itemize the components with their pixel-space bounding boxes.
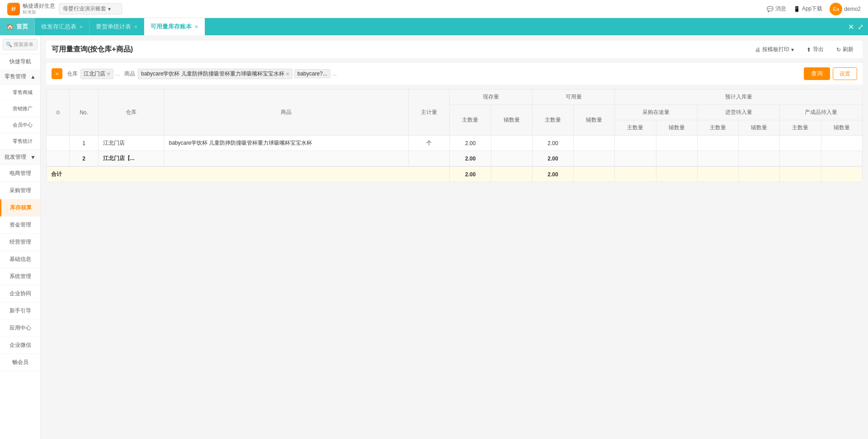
footer-product-aux (821, 166, 862, 182)
sidebar-item-finance-mgmt[interactable]: 资金管理 (0, 217, 40, 234)
row2-stock-main: 2.00 (450, 151, 491, 167)
page-title-bar: 可用量查询(按仓库+商品) 🖨 按模板打印 ▾ ⬆ 导出 ↻ 刷新 (46, 41, 863, 58)
row1-avail-aux (574, 136, 615, 151)
product-tag-babycare: babycare学饮杯 儿童防摔防撞吸管杯重力球吸嘴杯宝宝水杯 ✕ (138, 69, 292, 79)
tab-available-inventory[interactable]: 可用量库存账本 ✕ (144, 18, 205, 35)
row1-no: 1 (70, 136, 99, 151)
tab-close-receive-summary[interactable]: ✕ (79, 24, 83, 29)
industry-selector[interactable]: 母婴行业演示账套 ▾ (59, 3, 122, 14)
expand-icon[interactable]: ⤢ (858, 23, 863, 31)
mobile-icon: 📱 (793, 6, 800, 12)
row2-product (164, 151, 409, 167)
filter-action-buttons: 查询 设置 (804, 67, 857, 80)
footer-label: 合计 (47, 166, 450, 182)
col-import-aux: 辅数量 (739, 120, 780, 136)
row2-import-main (697, 151, 738, 167)
row1-avail-main: 2.00 (532, 136, 573, 151)
sidebar: 🔍 搜索菜单 快捷导航 零售管理 ▲ 零售商城 营销推广 会员中心 零售统计 批… (0, 35, 41, 439)
remove-product-tag-1[interactable]: ✕ (286, 71, 289, 76)
col-product: 商品 (164, 90, 409, 136)
sidebar-search-area: 🔍 搜索菜单 (0, 35, 40, 54)
sidebar-item-enterprise-wechat[interactable]: 企业微信 (0, 337, 40, 354)
row2-main-unit (409, 151, 450, 167)
app-download-button[interactable]: 📱 App下载 (793, 5, 822, 13)
export-button[interactable]: ⬆ 导出 (803, 44, 827, 55)
tab-receive-summary[interactable]: 收发存汇总表 ✕ (35, 18, 90, 35)
sidebar-item-app-center[interactable]: 应用中心 (0, 320, 40, 337)
sidebar-item-basic-info[interactable]: 基础信息 (0, 251, 40, 268)
sidebar-item-quick-nav[interactable]: 快捷导航 (0, 54, 40, 69)
footer-import-aux (739, 166, 780, 182)
settings-button[interactable]: 设置 (833, 67, 857, 80)
col-pur-transit-aux: 辅数量 (656, 120, 697, 136)
warehouse-more-button[interactable]: ... (115, 71, 120, 77)
footer-product-main (780, 166, 821, 182)
print-template-button[interactable]: 🖨 按模板打印 ▾ (751, 44, 797, 55)
sidebar-item-retail-mgmt[interactable]: 零售管理 ▲ (0, 69, 40, 85)
sidebar-item-purchase-mgmt[interactable]: 采购管理 (0, 182, 40, 199)
sidebar-item-member-center[interactable]: 会员中心 (0, 117, 40, 133)
table-footer-row: 合计 2.00 2.00 (47, 166, 863, 182)
sidebar-item-retail-stats[interactable]: 零售统计 (0, 133, 40, 150)
user-menu[interactable]: Ea demo2 (830, 3, 861, 15)
chevron-down-icon: ▼ (30, 154, 36, 160)
table-row: 2 江北门店【... 2.00 2.00 (47, 151, 863, 167)
filter-toggle-button[interactable]: » (52, 68, 62, 79)
col-product-aux: 辅数量 (821, 120, 862, 136)
avatar: Ea (830, 3, 842, 15)
close-all-tabs-icon[interactable]: ✕ (848, 23, 854, 31)
col-product-main: 主数量 (780, 120, 821, 136)
tab-close-order-stats[interactable]: ✕ (134, 24, 137, 29)
footer-import-main (697, 166, 738, 182)
col-avail-aux: 辅数量 (574, 105, 615, 136)
query-button[interactable]: 查询 (804, 67, 830, 80)
row1-product-aux (821, 136, 862, 151)
refresh-button[interactable]: ↻ 刷新 (833, 44, 857, 55)
main-layout: 🔍 搜索菜单 快捷导航 零售管理 ▲ 零售商城 营销推广 会员中心 零售统计 批… (0, 35, 868, 439)
sidebar-item-system-mgmt[interactable]: 系统管理 (0, 268, 40, 285)
row2-warehouse: 江北门店【... (98, 151, 164, 167)
row1-pur-transit-main (615, 136, 656, 151)
col-no: No. (70, 90, 99, 136)
row2-avail-aux (574, 151, 615, 167)
footer-stock-aux (491, 166, 532, 182)
col-stock-main: 主数量 (450, 105, 491, 136)
sidebar-item-vip-member[interactable]: 畅会员 (0, 354, 40, 371)
footer-pur-transit-aux (656, 166, 697, 182)
col-planned-in-header: 预计入库量 (615, 90, 863, 105)
tab-close-available-inventory[interactable]: ✕ (194, 24, 198, 29)
col-gear: ⚙ (47, 90, 70, 136)
sidebar-item-enterprise-collab[interactable]: 企业协同 (0, 285, 40, 302)
product-label: 商品 (124, 70, 135, 78)
col-stock-header: 现存量 (450, 90, 533, 105)
tab-order-stats[interactable]: 要货单统计表 ✕ (90, 18, 144, 35)
col-main-unit: 主计量 (409, 90, 450, 136)
page-actions: 🖨 按模板打印 ▾ ⬆ 导出 ↻ 刷新 (751, 44, 857, 55)
table-container: ⚙ No. 仓库 商品 主计量 现存量 可用量 预计入库量 主数量 辅数量 主数… (46, 89, 863, 182)
col-available-header: 可用量 (532, 90, 615, 105)
sidebar-item-marketing[interactable]: 营销推广 (0, 101, 40, 117)
remove-warehouse-tag[interactable]: ✕ (107, 71, 110, 76)
row1-product-main (780, 136, 821, 151)
message-button[interactable]: 💬 消息 (767, 5, 786, 13)
row2-pur-transit-aux (656, 151, 697, 167)
sidebar-search-button[interactable]: 🔍 搜索菜单 (3, 39, 38, 50)
footer-avail-aux (574, 166, 615, 182)
chevron-down-icon: ▾ (108, 6, 111, 12)
sidebar-item-wholesale-mgmt[interactable]: 批发管理 ▼ (0, 150, 40, 165)
row2-avail-main: 2.00 (532, 151, 573, 167)
message-icon: 💬 (767, 6, 774, 12)
product-more-button[interactable]: ... (332, 71, 337, 77)
sidebar-item-ecommerce-mgmt[interactable]: 电商管理 (0, 165, 40, 182)
nav-tabs: 🏠 首页 收发存汇总表 ✕ 要货单统计表 ✕ 可用量库存账本 ✕ ✕ ⤢ (0, 18, 868, 35)
sidebar-item-new-guide[interactable]: 新手引导 (0, 302, 40, 320)
tab-home[interactable]: 🏠 首页 (0, 18, 35, 35)
warehouse-label: 仓库 (67, 70, 78, 78)
row1-warehouse: 江北门店 (98, 136, 164, 151)
sidebar-item-retail-mall[interactable]: 零售商城 (0, 85, 40, 101)
warehouse-filter: 仓库 江北门店 ✕ ... (67, 69, 120, 79)
top-bar-right: 💬 消息 📱 App下载 Ea demo2 (767, 3, 861, 15)
refresh-icon: ↻ (836, 47, 841, 53)
sidebar-item-ops-mgmt[interactable]: 经营管理 (0, 234, 40, 251)
sidebar-item-inventory-check[interactable]: 库存核算 (0, 199, 40, 217)
